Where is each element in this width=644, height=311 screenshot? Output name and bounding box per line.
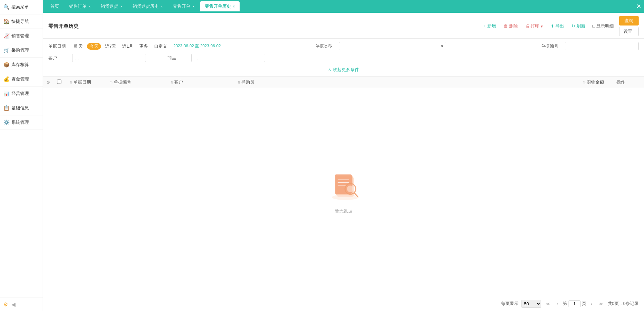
finance-icon: 💰: [3, 76, 9, 82]
th-op-label: 操作: [616, 79, 625, 85]
sidebar-item-basic-info[interactable]: 📋 基础信息: [0, 101, 43, 115]
sidebar: 🔍 搜索采单 🏠 快捷导航 📈 销售管理 🛒 采购管理 📦 库存核算 💰 资金管…: [0, 0, 43, 311]
goods-select[interactable]: ...: [191, 54, 265, 62]
sidebar-item-label: 资金管理: [11, 76, 29, 82]
table-settings-icon[interactable]: ⚙: [46, 80, 57, 85]
sidebar-item-operations[interactable]: 📊 经营管理: [0, 87, 43, 101]
tab-sales-order[interactable]: 销售订单 ×: [64, 1, 95, 11]
date-opt-today[interactable]: 今天: [87, 43, 101, 50]
home-icon: 🏠: [3, 18, 9, 24]
basic-icon: 📋: [3, 105, 9, 111]
select-all-input[interactable]: [57, 80, 61, 84]
svg-point-8: [347, 186, 354, 192]
page-title: 零售开单历史: [48, 23, 79, 30]
pagination: 每页显示 10 20 50 100 ≪ ‹ 第 页 › ≫ 共0页，0条记录: [43, 296, 644, 311]
sales-icon: 📈: [3, 33, 9, 39]
sidebar-item-label: 库存核算: [11, 62, 29, 68]
collapse-sidebar-icon[interactable]: ◀: [11, 301, 15, 308]
tab-retail-history-label: 零售开单历史: [205, 3, 231, 9]
empty-illustration: [327, 170, 360, 204]
sidebar-search-label: 搜索采单: [11, 4, 29, 10]
delete-button[interactable]: 🗑 删除: [501, 22, 520, 31]
pagination-summary: 共0页，0条记录: [608, 301, 639, 307]
purchase-icon: 🛒: [3, 47, 9, 53]
topbar-right: ✕: [636, 3, 641, 10]
date-opt-custom[interactable]: 自定义: [152, 43, 169, 50]
empty-text: 暂无数据: [335, 208, 352, 214]
th-client[interactable]: ⇅ 客户: [168, 79, 235, 85]
add-button[interactable]: + 新增: [482, 22, 498, 31]
date-opt-1month[interactable]: 近1月: [120, 43, 135, 50]
tab-sales-order-label: 销售订单: [69, 3, 87, 9]
sidebar-search[interactable]: 🔍 搜索采单: [0, 0, 43, 14]
tab-sales-return-history[interactable]: 销货退货历史 ×: [128, 1, 167, 11]
tab-sales-return[interactable]: 销货退货 ×: [96, 1, 127, 11]
table-select-all-checkbox[interactable]: [57, 80, 67, 85]
sidebar-item-label: 系统管理: [11, 119, 29, 125]
th-num-sort-icon: ⇅: [110, 81, 113, 84]
filter-row-2: 客户 ... 商品 ...: [48, 54, 639, 62]
collapse-filter-text: ∧ 收起更多条件: [328, 67, 359, 72]
page-size-select[interactable]: 10 20 50 100: [521, 300, 541, 308]
collapse-filter-row[interactable]: ∧ 收起更多条件: [48, 65, 639, 73]
goods-placeholder: ...: [194, 55, 198, 60]
tab-sales-return-history-label: 销货退货历史: [133, 3, 159, 9]
date-label: 单据日期: [48, 43, 67, 49]
empty-svg: [327, 170, 364, 204]
tab-retail-open[interactable]: 零售开单 ×: [168, 1, 199, 11]
settings-bottom-icon[interactable]: ⚙: [3, 301, 8, 308]
sidebar-item-finance[interactable]: 💰 资金管理: [0, 72, 43, 87]
sidebar-item-sys-mgmt[interactable]: ⚙️ 系统管理: [0, 115, 43, 130]
th-date[interactable]: ⇅ 单据日期: [67, 79, 107, 85]
th-num[interactable]: ⇅ 单据编号: [107, 79, 168, 85]
ops-icon: 📊: [3, 91, 9, 97]
sidebar-item-label: 销售管理: [11, 33, 29, 39]
export-button[interactable]: ⬆ 导出: [548, 22, 566, 31]
close-tab-sales-order-icon[interactable]: ×: [89, 4, 91, 8]
close-tab-retail-open-icon[interactable]: ×: [192, 4, 194, 8]
sidebar-item-sales-mgmt[interactable]: 📈 销售管理: [0, 29, 43, 43]
num-label: 单据编号: [541, 43, 559, 49]
main-area: 首页 销售订单 × 销货退货 × 销货退货历史 × 零售开单 × 零售开单历史 …: [43, 0, 644, 311]
sidebar-item-quick-nav[interactable]: 🏠 快捷导航: [0, 14, 43, 29]
th-amount[interactable]: ⇅ 实销金额: [580, 79, 614, 85]
print-label: 🖨 打印: [525, 23, 540, 29]
close-tab-retail-history-icon[interactable]: ×: [233, 4, 235, 8]
sys-icon: ⚙️: [3, 119, 9, 125]
date-opt-more[interactable]: 更多: [137, 43, 150, 50]
close-tab-sales-return-history-icon[interactable]: ×: [161, 4, 163, 8]
inventory-icon: 📦: [3, 62, 9, 68]
tab-retail-history[interactable]: 零售开单历史 ×: [200, 1, 240, 11]
page-label: 第: [563, 301, 567, 307]
setting-button[interactable]: 设置: [619, 27, 639, 36]
table-header: ⚙ ⇅ 单据日期 ⇅ 单据编号 ⇅ 客户 ⇅ 导购员: [43, 76, 644, 88]
client-select[interactable]: ...: [72, 54, 146, 62]
next-page-button[interactable]: ›: [588, 300, 596, 308]
num-input[interactable]: [565, 42, 639, 50]
window-close-icon[interactable]: ✕: [636, 3, 641, 10]
th-client-label: 客户: [174, 79, 183, 85]
goods-label: 商品: [167, 55, 186, 61]
sidebar-item-purchase-mgmt[interactable]: 🛒 采购管理: [0, 43, 43, 58]
query-button[interactable]: 查询: [619, 16, 639, 25]
sidebar-bottom: ⚙ ◀: [0, 298, 43, 311]
sidebar-item-label: 采购管理: [11, 47, 29, 53]
date-opt-yesterday[interactable]: 昨天: [72, 43, 85, 50]
tab-home[interactable]: 首页: [46, 1, 64, 11]
page-number-input[interactable]: [568, 300, 581, 307]
th-guide[interactable]: ⇅ 导购员: [235, 79, 275, 85]
prev-page-button[interactable]: ‹: [553, 300, 561, 308]
refresh-button[interactable]: ↻ 刷新: [569, 22, 587, 31]
empty-state: 暂无数据: [43, 88, 644, 296]
display-detail-button[interactable]: □ 显示明细: [591, 22, 616, 31]
print-button[interactable]: 🖨 打印 ▾: [523, 22, 545, 31]
first-page-button[interactable]: ≪: [544, 300, 552, 308]
last-page-button[interactable]: ≫: [597, 300, 605, 308]
sidebar-item-inventory[interactable]: 📦 库存核算: [0, 58, 43, 72]
date-opt-7days[interactable]: 近7天: [103, 43, 118, 50]
type-select[interactable]: ▾: [339, 42, 446, 50]
filter-area: 单据日期 昨天 今天 近7天 近1月 更多 自定义 2023-06-02 至 2…: [43, 39, 644, 76]
th-guide-label: 导购员: [241, 79, 254, 85]
close-tab-sales-return-icon[interactable]: ×: [120, 4, 122, 8]
sidebar-item-label: 经营管理: [11, 91, 29, 97]
